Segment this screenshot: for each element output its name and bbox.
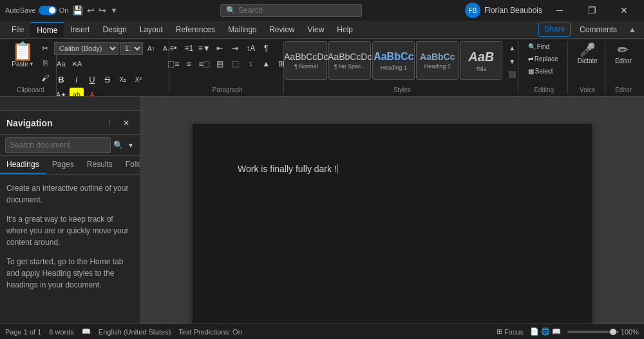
change-case-button[interactable]: Aa — [54, 57, 68, 71]
shading-button[interactable]: ▲ — [259, 57, 273, 71]
align-right-button[interactable]: ≡⬚ — [197, 57, 211, 71]
style-no-spacing[interactable]: AaBbCcDc ¶ No Spac... — [328, 41, 371, 80]
nav-search-dropdown[interactable]: ▼ — [125, 138, 137, 152]
styles-more[interactable]: ⬛ — [505, 68, 519, 81]
word-count-item[interactable]: 6 words — [49, 328, 74, 336]
style-title[interactable]: AaB Title — [460, 41, 502, 80]
nav-tab-headings[interactable]: Headings — [0, 156, 46, 174]
clear-format-button[interactable]: ✕A — [70, 57, 84, 71]
save-icon[interactable]: 💾 — [72, 5, 83, 15]
highlight-button[interactable]: ab — [70, 88, 84, 97]
italic-button[interactable]: I — [70, 72, 84, 86]
nav-search-input[interactable] — [5, 137, 111, 153]
paste-button[interactable]: 📋 Paste ▼ — [9, 41, 37, 69]
text-effects-button[interactable]: A✦ — [54, 88, 68, 97]
numbering-button[interactable]: ≡1 — [182, 41, 196, 55]
align-center-button[interactable]: ≡ — [182, 57, 196, 71]
web-view-icon[interactable]: 🌐 — [541, 327, 550, 336]
columns-button[interactable]: ⬚ — [228, 57, 242, 71]
sort-button[interactable]: ↕A — [243, 41, 258, 55]
search-input[interactable] — [238, 6, 354, 15]
nav-tab-pages[interactable]: Pages — [46, 156, 80, 174]
font-family-select[interactable]: Calibri (Body) — [54, 42, 118, 55]
style-heading1[interactable]: AaBbCc Heading 1 — [372, 41, 415, 80]
tab-help[interactable]: Help — [330, 23, 359, 37]
ruler-area — [0, 97, 644, 111]
nav-tab-results[interactable]: Results — [80, 156, 119, 174]
redo-icon[interactable]: ↪ — [99, 5, 106, 15]
subscript-button[interactable]: X₂ — [116, 72, 130, 86]
align-left-button[interactable]: ⬚≡ — [166, 57, 180, 71]
underline-button[interactable]: U — [85, 72, 99, 86]
document-text[interactable]: Work is finally fully dark ! — [238, 162, 547, 176]
undo-icon[interactable]: ↩ — [87, 5, 95, 15]
format-painter-button[interactable]: 🖌 — [38, 71, 52, 85]
font-color-button[interactable]: A — [85, 88, 99, 97]
select-button[interactable]: ▦ Select — [525, 66, 564, 77]
dictate-button[interactable]: 🎤 Dictate — [574, 41, 601, 66]
justify-button[interactable]: ▤ — [213, 57, 227, 71]
find-button[interactable]: 🔍 Find — [525, 41, 564, 52]
autosave-toggle[interactable] — [39, 6, 57, 15]
bold-button[interactable]: B — [54, 72, 68, 86]
styles-scroll-up[interactable]: ▲ — [505, 41, 519, 55]
superscript-button[interactable]: X² — [131, 72, 146, 86]
cut-button[interactable]: ✂ — [38, 41, 52, 55]
read-view-icon[interactable]: 📖 — [552, 327, 561, 336]
editing-content: 🔍 Find ⇄ Replace ▦ Select — [525, 41, 564, 85]
nav-search-button[interactable]: 🔍 — [111, 138, 125, 152]
tab-insert[interactable]: Insert — [64, 23, 96, 37]
document-page: Work is finally fully dark ! — [193, 124, 592, 324]
text-predictions-item[interactable]: Text Predictions: On — [178, 328, 242, 336]
customize-icon[interactable]: ▼ — [110, 6, 117, 14]
collapse-ribbon-icon[interactable]: ▲ — [626, 23, 639, 37]
close-button[interactable]: ✕ — [609, 0, 639, 21]
spell-check-icon-item[interactable]: 📖 — [82, 327, 91, 336]
replace-button[interactable]: ⇄ Replace — [525, 53, 564, 64]
print-view-icon[interactable]: 📄 — [530, 327, 539, 336]
share-button[interactable]: Share — [538, 23, 571, 37]
multilevel-list-button[interactable]: ≡▼ — [197, 41, 211, 55]
focus-item[interactable]: ⊞ Focus — [497, 327, 524, 336]
tab-review[interactable]: Review — [263, 23, 301, 37]
maximize-button[interactable]: ❐ — [577, 0, 607, 21]
zoom-slider[interactable] — [567, 331, 619, 333]
strikethrough-button[interactable]: S — [100, 72, 115, 86]
style-normal[interactable]: AaBbCcDc ¶ Normal — [285, 41, 327, 80]
comments-button[interactable]: Comments — [573, 23, 623, 37]
style-heading2[interactable]: AaBbCc Heading 2 — [416, 41, 459, 80]
copy-button[interactable]: ⎘ — [38, 56, 52, 70]
editor-button[interactable]: ✏ Editor — [612, 41, 635, 66]
nav-tabs: Headings Pages Results Follow — [0, 156, 140, 175]
tab-references[interactable]: References — [169, 23, 222, 37]
decrease-indent-button[interactable]: ⇤ — [213, 41, 227, 55]
select-label: Select — [535, 68, 553, 75]
increase-indent-button[interactable]: ⇥ — [228, 41, 242, 55]
tab-design[interactable]: Design — [96, 23, 133, 37]
paste-dropdown-icon[interactable]: ▼ — [29, 61, 34, 67]
avatar: FB — [465, 3, 480, 18]
font-size-select[interactable]: 11 — [120, 42, 143, 55]
language-item[interactable]: English (United States) — [99, 328, 171, 336]
tab-home[interactable]: Home — [30, 22, 64, 37]
nav-tab-follow[interactable]: Follow — [119, 156, 140, 174]
tab-mailings[interactable]: Mailings — [222, 23, 263, 37]
line-spacing-button[interactable]: ↕ — [243, 57, 258, 71]
nav-options-button[interactable]: ⋮ — [102, 116, 117, 130]
text-cursor — [337, 164, 337, 174]
bullets-button[interactable]: ≡• — [166, 41, 180, 55]
minimize-button[interactable]: ─ — [545, 0, 574, 21]
tab-view[interactable]: View — [301, 23, 331, 37]
tab-layout[interactable]: Layout — [133, 23, 169, 37]
editing-group: 🔍 Find ⇄ Replace ▦ Select Editing — [521, 41, 568, 93]
tab-file[interactable]: File — [5, 23, 30, 37]
show-marks-button[interactable]: ¶ — [259, 41, 273, 55]
nav-close-button[interactable]: ✕ — [119, 116, 133, 130]
document-area[interactable]: Work is finally fully dark ! — [140, 111, 644, 324]
search-box[interactable]: 🔍 — [220, 4, 362, 17]
styles-scroll-down[interactable]: ▼ — [505, 55, 519, 68]
font-name-row: Calibri (Body) 11 A↑ A↓ — [54, 41, 174, 55]
status-right: ⊞ Focus 📄 🌐 📖 100% — [497, 327, 639, 336]
increase-font-button[interactable]: A↑ — [144, 41, 158, 55]
page-info-item[interactable]: Page 1 of 1 — [5, 328, 41, 336]
